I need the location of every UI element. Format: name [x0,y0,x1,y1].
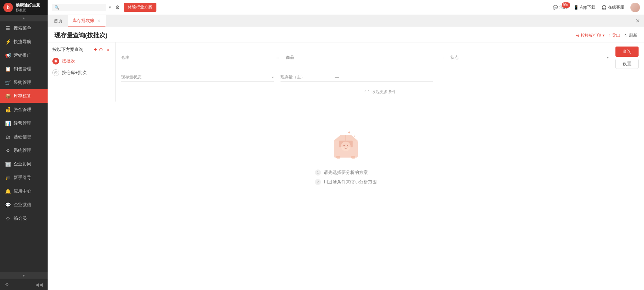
sidebar-scroll-up[interactable]: ▲ [0,15,48,21]
print-chevron-icon: ▾ [603,33,605,38]
tab-home[interactable]: 首页 [49,15,68,27]
topbar-right: 💬 消息 99+ 📱 App下载 🎧 在线客服 [553,3,640,12]
svg-point-1 [55,60,57,62]
export-button[interactable]: ↑ 导出 [609,33,620,38]
topbar: 🔍 ▾ ⚙ 体验行业方案 💬 消息 99+ 📱 App下载 🎧 在线客服 [48,0,644,15]
inventory-status-select[interactable] [143,75,270,80]
sidebar-item-basic-info[interactable]: 🗂 基础信息 [0,130,48,144]
tab-inventory-batch[interactable]: 库存批次账 ✕ [68,15,106,27]
product-input-group: 商品 ··· [286,53,444,62]
status-select-group: 状态 ▾ [451,53,609,62]
sidebar-bottom: ⚙ ◀◀ [0,279,48,290]
sidebar-header: b 畅康通好生意 标准版 [0,0,48,15]
warehouse-input[interactable] [131,55,274,60]
inventory-qty-field: 现存量（主） — [281,73,433,82]
sidebar-item-finance[interactable]: 💰 资金管理 [0,103,48,116]
inventory-qty-min-input[interactable] [306,75,334,80]
step-2-badge: 2 [315,179,321,185]
online-service-button[interactable]: 🎧 在线客服 [601,4,624,10]
basic-info-icon: 🗂 [5,134,11,140]
export-icon: ↑ [609,33,611,38]
inventory-status-group: 现存量状态 ▾ [121,73,274,82]
marketing-icon: 📢 [5,52,11,58]
sidebar-item-marketing[interactable]: 📢 营销推广 [0,49,48,62]
collapse-more-btn[interactable]: ⌃⌃ 收起更多条件 [121,86,639,97]
sidebar-item-weixin[interactable]: 💬 企业微信 [0,198,48,212]
product-input[interactable] [296,55,439,60]
inventory-qty-max-input[interactable] [341,75,368,80]
scheme-settings-icon[interactable]: ⊙ [99,47,103,52]
sidebar-item-enterprise[interactable]: 🏢 企业协同 [0,157,48,171]
sidebar-nav: ☰ 搜索菜单 ⚡ 快捷导航 📢 营销推广 📋 销售管理 🛒 采购管理 📦 库存核… [0,21,48,272]
sidebar-item-member[interactable]: ◇ 畅会员 [0,212,48,225]
template-print-button[interactable]: 🖨 按模板打印 ▾ [575,33,605,38]
sidebar-item-sales[interactable]: 📋 销售管理 [0,62,48,76]
page-content: 现存量查询(按批次) 🖨 按模板打印 ▾ ↑ 导出 ↻ 刷新 [48,27,644,290]
search-icon: 🔍 [54,5,60,10]
topbar-search-box[interactable]: 🔍 [52,4,106,11]
trial-button[interactable]: 体验行业方案 [124,3,156,12]
product-more-btn[interactable]: ··· [440,55,444,60]
scheme-outline-icon [52,69,59,76]
filter-sidebar: 按以下方案查询 + ⊙ « 按批次 [48,42,116,102]
collapse-sidebar-icon[interactable]: ◀◀ [35,282,43,287]
sidebar-scroll-down[interactable]: ▼ [0,272,48,279]
settings-icon[interactable]: ⚙ [5,282,9,287]
status-select[interactable] [461,55,605,60]
warehouse-field: 仓库 ··· [121,53,279,62]
empty-hint-1: 1 请先选择要分析的方案 [315,169,377,176]
empty-illustration [325,122,366,163]
scheme-item-batch[interactable]: 按批次 [48,55,115,67]
svg-point-9 [347,145,348,146]
tabs-close-all-icon[interactable]: ✕ [633,18,643,24]
app-logo: b [3,3,13,12]
settings-button[interactable]: 设置 [615,59,639,69]
app-download-button[interactable]: 📱 App下载 [574,4,595,10]
system-icon: ⚙ [5,147,11,153]
topbar-gear-icon[interactable]: ⚙ [115,4,120,11]
finance-icon: 💰 [5,107,11,113]
status-label: 状态 [451,55,459,60]
product-field: 商品 ··· [286,53,444,62]
svg-rect-11 [351,156,355,159]
enterprise-icon: 🏢 [5,161,11,167]
query-button[interactable]: 查询 [615,47,639,57]
sidebar-item-shortcut[interactable]: ⚡ 快捷导航 [0,35,48,49]
collapse-sidebar-btn[interactable]: « [105,47,111,52]
search-input[interactable] [61,5,103,10]
collapse-up-icon: ⌃⌃ [363,90,370,94]
page-header: 现存量查询(按批次) 🖨 按模板打印 ▾ ↑ 导出 ↻ 刷新 [48,27,644,42]
refresh-icon: ↻ [624,33,628,38]
filter-form: 仓库 ··· 商品 ··· [116,42,644,102]
warehouse-more-btn[interactable]: ··· [276,55,279,60]
purchase-icon: 🛒 [5,79,11,86]
app-title: 畅康通好生意 标准版 [16,3,40,13]
add-scheme-icon[interactable]: + [94,47,97,53]
search-chevron-icon[interactable]: ▾ [109,5,111,10]
tab-close-icon[interactable]: ✕ [97,18,101,23]
messages-button[interactable]: 💬 消息 99+ [553,4,567,10]
sidebar-item-inventory[interactable]: 📦 库存核算 [0,89,48,103]
sidebar-item-app-center[interactable]: 🔔 应用中心 [0,184,48,198]
inventory-icon: 📦 [5,93,11,99]
refresh-button[interactable]: ↻ 刷新 [624,33,637,38]
sidebar-item-newbie[interactable]: 🎓 新手引导 [0,171,48,184]
status-field: 状态 ▾ [451,53,609,62]
sidebar-item-system[interactable]: ⚙ 系统管理 [0,144,48,157]
filter-row-2: 现存量状态 ▾ 现存量（主） — [121,73,639,82]
sidebar-item-purchase[interactable]: 🛒 采购管理 [0,76,48,89]
member-icon: ◇ [5,215,11,221]
scheme-item-warehouse-batch[interactable]: 按仓库+批次 [48,67,115,78]
weixin-icon: 💬 [5,202,11,208]
sidebar-item-operations[interactable]: 📊 经营管理 [0,116,48,130]
print-icon: 🖨 [575,33,579,38]
step-1-badge: 1 [315,169,321,176]
sidebar-item-search[interactable]: ☰ 搜索菜单 [0,21,48,35]
warehouse-label: 仓库 [121,55,129,60]
product-label: 商品 [286,55,294,60]
user-avatar[interactable] [630,3,640,12]
filter-row-1: 仓库 ··· 商品 ··· [121,47,639,69]
newbie-icon: 🎓 [5,175,11,181]
svg-rect-10 [336,156,340,159]
svg-point-8 [343,145,345,146]
